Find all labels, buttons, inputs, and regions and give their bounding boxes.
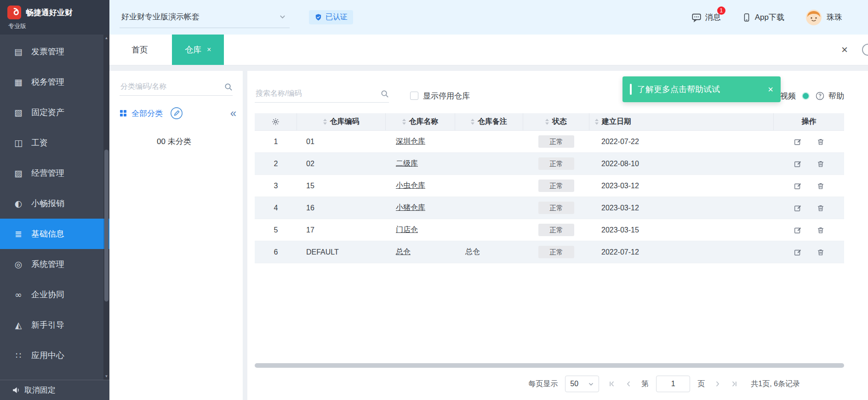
content-area: 全部分类 « 00 未分类 了解更多点击帮助试试 ×: [109, 65, 868, 400]
column-header[interactable]: 状态: [523, 113, 589, 130]
sidebar-item[interactable]: ▧ 固定资产: [0, 97, 109, 128]
scroll-up-icon[interactable]: ▲: [103, 36, 109, 40]
record-summary: 共1页, 6条记录: [751, 379, 800, 389]
tab-close-icon[interactable]: ×: [207, 46, 211, 54]
toast-close-icon[interactable]: ×: [768, 84, 773, 95]
app-download-label: App下载: [755, 12, 784, 23]
edit-icon[interactable]: [794, 182, 802, 190]
unpin-button[interactable]: 取消固定: [0, 380, 109, 400]
unpin-label: 取消固定: [24, 385, 56, 395]
edit-icon[interactable]: [794, 226, 802, 234]
category-search: [120, 82, 233, 96]
table-body: 1 01 深圳仓库 正常 2022-07-22 2 02 二级库 正常 2022…: [255, 131, 844, 263]
tab[interactable]: 仓库 ×: [172, 35, 224, 65]
warehouse-code: 15: [297, 182, 386, 190]
warehouse-code: DEFAULT: [297, 248, 386, 256]
last-page-icon[interactable]: [731, 380, 738, 388]
warehouse-search-input[interactable]: [255, 89, 377, 98]
sidebar-item[interactable]: ≣ 基础信息: [0, 219, 109, 249]
warehouse-name-link[interactable]: 小虫仓库: [396, 181, 425, 189]
sort-icon[interactable]: [545, 119, 549, 125]
next-page-icon[interactable]: [714, 380, 721, 388]
warehouse-name-link[interactable]: 二级库: [396, 159, 418, 167]
sidebar-item[interactable]: ◐ 小畅报销: [0, 188, 109, 219]
chevron-down-icon: [279, 13, 286, 20]
top-header: 好业财专业版演示帐套 已认证 消息 1: [109, 0, 868, 35]
show-disabled-checkbox[interactable]: [410, 92, 418, 100]
first-page-icon[interactable]: [608, 380, 616, 388]
current-page-input[interactable]: [656, 376, 690, 392]
sort-icon[interactable]: [323, 119, 327, 125]
scrollbar-thumb[interactable]: [104, 150, 108, 301]
refresh-icon[interactable]: [862, 44, 868, 56]
sidebar-item[interactable]: ▦ 税务管理: [0, 67, 109, 97]
gear-icon[interactable]: [271, 117, 280, 126]
messages-button[interactable]: 消息 1: [691, 12, 721, 23]
column-header[interactable]: 仓库编码: [297, 113, 386, 130]
column-header[interactable]: 仓库名称: [386, 113, 455, 130]
sidebar-item[interactable]: ◭ 新手引导: [0, 310, 109, 340]
delete-icon[interactable]: [817, 160, 825, 168]
edit-icon[interactable]: [794, 204, 802, 212]
column-header[interactable]: 仓库备注: [455, 113, 523, 130]
sidebar-scrollbar[interactable]: ▲ ▼: [103, 35, 109, 380]
delete-icon[interactable]: [817, 204, 825, 212]
horizontal-scrollbar[interactable]: [255, 363, 844, 368]
category-tree-item[interactable]: 00 未分类: [109, 136, 243, 147]
category-search-input[interactable]: [120, 82, 220, 91]
sidebar-item[interactable]: ∷ 应用中心: [0, 340, 109, 371]
edit-category-icon[interactable]: [170, 107, 183, 120]
account-select[interactable]: 好业财专业版演示帐套: [120, 7, 290, 28]
app-window: 畅捷通好业财 专业版 ▤ 发票管理 ▦ 税务管理 ▧ 固定资产 ◫ 工资 ▨ 经…: [0, 0, 868, 400]
toast-accent-bar: [630, 84, 632, 95]
sidebar-item[interactable]: ◎ 系统管理: [0, 249, 109, 279]
page-size-select[interactable]: 50: [565, 376, 599, 392]
help-label[interactable]: 帮助: [828, 91, 844, 101]
column-label: 建立日期: [602, 117, 631, 127]
status-badge: 正常: [538, 157, 574, 170]
warehouse-name-link[interactable]: 小猪仓库: [396, 203, 425, 211]
app-download-button[interactable]: App下载: [742, 12, 784, 23]
search-icon[interactable]: [380, 89, 389, 98]
system-icon: ◎: [13, 259, 24, 269]
scroll-down-icon[interactable]: ▼: [103, 374, 109, 378]
collapse-panel-icon[interactable]: «: [230, 108, 236, 119]
video-toggle[interactable]: [803, 93, 809, 99]
search-icon[interactable]: [224, 82, 233, 91]
all-categories-label[interactable]: 全部分类: [131, 108, 163, 119]
grid-icon: [120, 110, 127, 117]
question-circle-icon[interactable]: [816, 92, 824, 100]
sidebar-item[interactable]: ▨ 经营管理: [0, 158, 109, 188]
table-row: 6 DEFAULT 总仓 总仓 正常 2022-07-12: [255, 241, 844, 263]
basic-info-icon: ≣: [13, 229, 24, 239]
warehouse-name-link[interactable]: 门店仓: [396, 226, 418, 233]
edit-icon[interactable]: [794, 160, 802, 168]
delete-icon[interactable]: [817, 182, 825, 190]
warehouse-name-link[interactable]: 总仓: [396, 248, 411, 255]
prev-page-icon[interactable]: [625, 380, 632, 388]
sort-icon[interactable]: [471, 119, 474, 125]
verified-badge: 已认证: [309, 10, 353, 24]
sidebar-item[interactable]: ∞ 企业协同: [0, 279, 109, 310]
delete-icon[interactable]: [817, 138, 825, 146]
delete-icon[interactable]: [817, 248, 825, 256]
warehouse-name-link[interactable]: 深圳仓库: [396, 137, 425, 145]
user-menu[interactable]: 珠珠: [805, 9, 842, 26]
help-toast: 了解更多点击帮助试试 ×: [622, 76, 781, 102]
video-label[interactable]: 视频: [780, 91, 796, 101]
sidebar-item[interactable]: ◫ 工资: [0, 128, 109, 158]
sidebar-item-label: 小畅报销: [31, 198, 64, 209]
fixed-asset-icon: ▧: [13, 107, 24, 117]
column-header[interactable]: 建立日期: [589, 113, 774, 130]
close-all-tabs-icon[interactable]: ×: [841, 43, 848, 56]
delete-icon[interactable]: [817, 226, 825, 234]
status-badge: 正常: [538, 246, 574, 258]
sort-icon[interactable]: [402, 119, 406, 125]
sort-icon[interactable]: [595, 119, 599, 125]
hscroll-thumb[interactable]: [255, 363, 844, 368]
tab[interactable]: 首页: [119, 35, 161, 65]
edit-icon[interactable]: [794, 248, 802, 256]
edit-icon[interactable]: [794, 138, 802, 146]
sidebar-item[interactable]: ▤ 发票管理: [0, 36, 109, 67]
message-bubble-icon: [691, 12, 702, 23]
